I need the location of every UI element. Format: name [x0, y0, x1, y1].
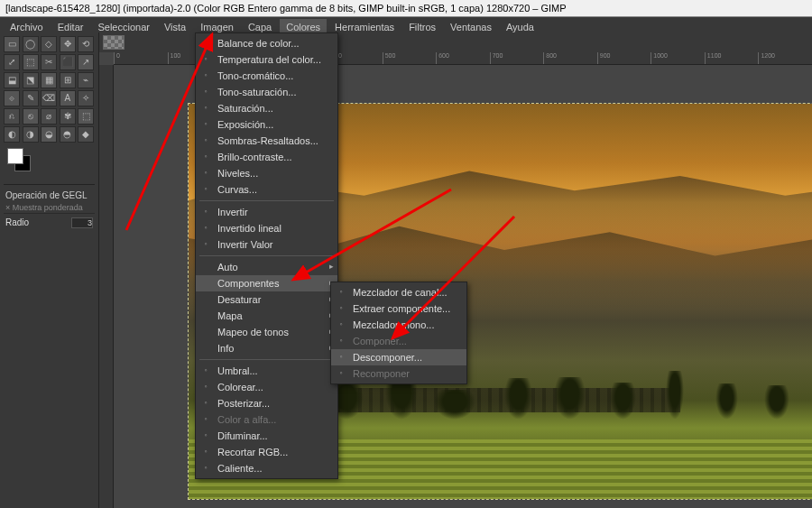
tool-icon[interactable]: ✾ — [60, 108, 76, 125]
tool-icon[interactable]: ✧ — [78, 90, 94, 106]
componentes-submenu[interactable]: ◦Mezclador de canal...◦Extraer component… — [330, 282, 467, 384]
submenu-item: ◦Recomponer — [331, 365, 466, 382]
tool-icon[interactable]: ◇ — [41, 36, 57, 52]
tool-icon[interactable]: ⟐ — [4, 90, 20, 106]
menu-item[interactable]: ◦Recortar RGB... — [196, 444, 337, 460]
menu-item[interactable]: ◦Saturación... — [196, 100, 337, 116]
tool-icon[interactable]: ◆ — [78, 126, 94, 143]
menu-item[interactable]: ◦Invertido lineal — [196, 220, 337, 236]
tool-icon[interactable]: ⬓ — [4, 72, 20, 88]
submenu-item[interactable]: ◦Descomponer... — [331, 349, 466, 365]
tool-icon[interactable]: ⟲ — [78, 36, 94, 52]
colores-menu[interactable]: ◦Balance de color...◦Temperatura del col… — [195, 32, 338, 479]
submenu-item[interactable]: ◦Mezclador mono... — [331, 317, 466, 333]
menu-item[interactable]: ◦Difuminar... — [196, 428, 337, 444]
image-tab-thumb[interactable] — [103, 35, 125, 50]
tool-icon[interactable]: ▦ — [41, 72, 57, 88]
submenu-item: ◦Componer... — [331, 333, 466, 349]
tool-icon[interactable]: ⬚ — [78, 108, 94, 125]
menu-item[interactable]: ◦Sombras-Resaltados... — [196, 133, 337, 149]
tool-icon[interactable]: ⌫ — [41, 90, 57, 106]
tool-icon[interactable]: ⬔ — [23, 72, 39, 88]
tool-icon[interactable]: ◯ — [23, 36, 39, 52]
menu-item[interactable]: ◦Invertir — [196, 204, 337, 220]
menu-item-auto[interactable]: Auto▸ — [196, 259, 337, 275]
menu-item[interactable]: ◦Colorear... — [196, 379, 337, 395]
color-swatches[interactable] — [4, 148, 95, 175]
menu-item[interactable]: ◦Invertir Valor — [196, 236, 337, 253]
menu-item[interactable]: ◦Curvas... — [196, 181, 337, 198]
menu-item[interactable]: ◦Posterizar... — [196, 395, 337, 411]
menu-item-info[interactable]: Info▸ — [196, 340, 337, 356]
menu-item[interactable]: ◦Tono-saturación... — [196, 84, 337, 100]
menu-item[interactable]: ◦Balance de color... — [196, 35, 337, 51]
menu-item-componentes[interactable]: Componentes▸ — [196, 275, 337, 291]
tool-icon[interactable]: ✥ — [60, 36, 76, 52]
window-title: [landscape-615428_1280] (importada)-2.0 … — [0, 0, 812, 17]
tool-icon[interactable]: ◒ — [41, 126, 57, 143]
menu-item[interactable]: ◦Caliente... — [196, 460, 337, 476]
menu-item[interactable]: ◦Niveles... — [196, 165, 337, 181]
menu-item: ◦Color a alfa... — [196, 411, 337, 428]
tool-icon[interactable]: ◓ — [60, 126, 76, 143]
gegl-radius-input[interactable] — [71, 217, 93, 228]
tool-icon[interactable]: ◐ — [4, 126, 20, 143]
menu-item-mapeo-de-tonos[interactable]: Mapeo de tonos▸ — [196, 324, 337, 340]
submenu-item[interactable]: ◦Extraer componente... — [331, 300, 466, 317]
vertical-ruler — [99, 65, 114, 508]
tool-icon[interactable]: ⌁ — [78, 72, 94, 88]
gegl-panel-title: Operación de GEGL — [4, 189, 95, 202]
tool-icon[interactable]: ✂ — [41, 54, 57, 70]
menu-item[interactable]: ◦Tono-cromático... — [196, 68, 337, 84]
menu-item[interactable]: ◦Exposición... — [196, 116, 337, 133]
fg-color-swatch[interactable] — [7, 148, 23, 164]
toolbox: ▭◯◇✥⟲⤢⬚✂⬛↗⬓⬔▦⊞⌁⟐✎⌫A✧⎌⎋⌀✾⬚◐◑◒◓◆ Operación… — [0, 32, 99, 508]
tool-icon[interactable]: ⤢ — [4, 54, 20, 70]
menu-item[interactable]: ◦Umbral... — [196, 363, 337, 379]
tool-icon[interactable]: A — [60, 90, 76, 106]
tool-icon[interactable]: ⎋ — [23, 108, 39, 125]
tool-icon[interactable]: ⌀ — [41, 108, 57, 125]
menu-item-mapa[interactable]: Mapa▸ — [196, 308, 337, 324]
tool-icon[interactable]: ◑ — [23, 126, 39, 143]
tool-icon[interactable]: ↗ — [78, 54, 94, 70]
menu-item[interactable]: ◦Brillo-contraste... — [196, 149, 337, 165]
tool-icon[interactable]: ▭ — [4, 36, 20, 52]
submenu-item[interactable]: ◦Mezclador de canal... — [331, 284, 466, 300]
toolbox-grid: ▭◯◇✥⟲⤢⬚✂⬛↗⬓⬔▦⊞⌁⟐✎⌫A✧⎌⎋⌀✾⬚◐◑◒◓◆ — [4, 36, 95, 143]
menu-item[interactable]: ◦Temperatura del color... — [196, 51, 337, 68]
menu-item-desaturar[interactable]: Desaturar▸ — [196, 291, 337, 308]
tool-icon[interactable]: ⬚ — [23, 54, 39, 70]
tool-icon[interactable]: ✎ — [23, 90, 39, 106]
tool-icon[interactable]: ⬛ — [60, 54, 76, 70]
gegl-param-label: Radio — [5, 217, 29, 228]
gegl-panel-subtitle: × Muestra ponderada — [4, 202, 95, 214]
tool-icon[interactable]: ⎌ — [4, 108, 20, 125]
tool-icon[interactable]: ⊞ — [60, 72, 76, 88]
